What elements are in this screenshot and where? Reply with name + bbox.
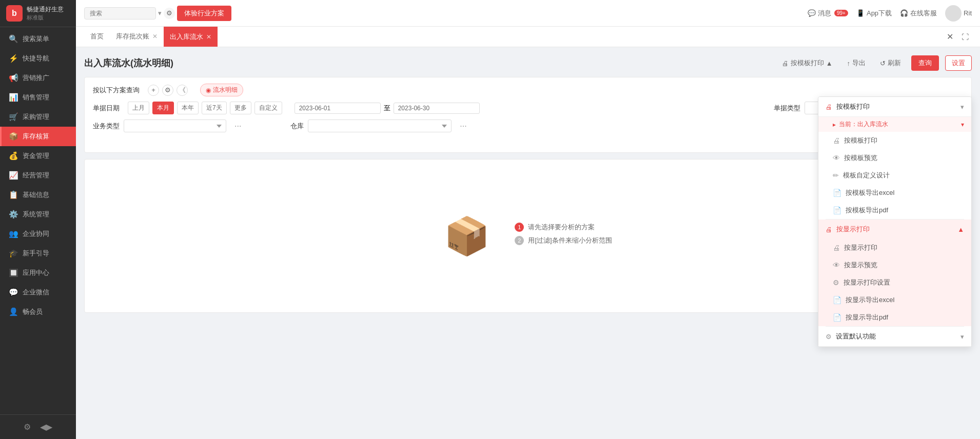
tab-batch-account-close-icon[interactable]: ✕ [152, 33, 158, 40]
settings-btn[interactable]: 设置 [945, 55, 972, 71]
purchase-icon: 🛒 [9, 112, 18, 122]
sidebar-item-finance[interactable]: 💰 资金管理 [0, 146, 76, 166]
sidebar-item-guide[interactable]: 🎓 新手引导 [0, 244, 76, 263]
basicinfo-icon: 📋 [9, 190, 18, 199]
topbar-chevron-icon[interactable]: ▾ [158, 9, 162, 17]
preview-icon: 👁 [833, 154, 840, 162]
date-range-inputs: 至 [295, 103, 480, 114]
empty-step-1: 1 请先选择要分析的方案 [515, 223, 612, 232]
date-separator: 至 [384, 104, 390, 113]
date-to-input[interactable] [394, 103, 480, 114]
sidebar-item-purchase[interactable]: 🛒 采购管理 [0, 107, 76, 127]
display-print-item-label: 按显示打印 [844, 243, 877, 252]
system-icon: ⚙️ [9, 210, 18, 219]
filter-tag[interactable]: ◉ 流水明细 [200, 84, 243, 96]
print-template-section-header[interactable]: 🖨 按模板打印 ▾ [818, 97, 971, 117]
print-template-btn[interactable]: 🖨 按模板打印 ▲ [778, 56, 837, 70]
tab-stock-flow[interactable]: 出入库流水 ✕ [164, 27, 218, 47]
set-default-icon: ⚙ [826, 333, 832, 341]
guide-icon: 🎓 [9, 249, 18, 258]
business-type-more-btn[interactable]: ··· [234, 122, 241, 131]
date-more-btn[interactable]: 更多 [230, 102, 251, 114]
sidebar-item-appcenter[interactable]: 🔲 应用中心 [0, 263, 76, 283]
set-default-section-header[interactable]: ⚙ 设置默认功能 ▾ [818, 327, 971, 347]
sidebar-item-wechat[interactable]: 💬 企业微信 [0, 283, 76, 302]
filter-collapse-btn[interactable]: 《 [177, 85, 188, 96]
empty-steps: 1 请先选择要分析的方案 2 用[过滤]条件来缩小分析范围 [515, 223, 612, 249]
window-maximize-btn[interactable]: ⛶ [958, 30, 972, 44]
marketing-icon: 📢 [9, 73, 18, 83]
sidebar-nav: 🔍 搜索菜单 ⚡ 快捷导航 📢 营销推广 📊 销售管理 🛒 采购管理 📦 库存核… [0, 27, 76, 414]
export-btn[interactable]: ↑ 导出 [843, 56, 870, 70]
date-this-month-btn[interactable]: 本月 [152, 102, 174, 114]
sidebar-item-inventory[interactable]: 📦 库存核算 [0, 127, 76, 146]
sidebar-item-basic-info[interactable]: 📋 基础信息 [0, 185, 76, 205]
sidebar-item-collab[interactable]: 👥 企业协同 [0, 224, 76, 244]
sidebar-item-system[interactable]: ⚙️ 系统管理 [0, 205, 76, 224]
display-print-item-0[interactable]: 🖨 按显示打印 [818, 239, 971, 256]
date-last-month-btn[interactable]: 上月 [128, 102, 149, 114]
warehouse-more-btn[interactable]: ··· [460, 122, 466, 131]
date-this-year-btn[interactable]: 本年 [177, 102, 199, 114]
sidebar-item-label: 企业微信 [23, 288, 49, 297]
display-print-item-4[interactable]: 📄 按显示导出pdf [818, 309, 971, 326]
sidebar: b 畅捷通好生意 标准版 🔍 搜索菜单 ⚡ 快捷导航 📢 营销推广 📊 销售管理… [0, 0, 76, 439]
sidebar-item-sales[interactable]: 📊 销售管理 [0, 88, 76, 107]
print-template-pdf-label: 按模板导出pdf [846, 206, 888, 215]
display-print-item-1[interactable]: 👁 按显示预览 [818, 256, 971, 274]
message-btn[interactable]: 💬 消息 99+ [808, 9, 848, 18]
sidebar-item-quicknav[interactable]: ⚡ 快捷导航 [0, 49, 76, 68]
export-icon: ↑ [847, 59, 851, 67]
sidebar-settings-btn[interactable]: ⚙ [22, 420, 33, 434]
date-7days-btn[interactable]: 近7天 [202, 102, 227, 114]
print-template-item-3[interactable]: 📄 按模板导出excel [818, 184, 971, 202]
print-template-current[interactable]: ▸ 当前：出入库流水 ▾ [818, 117, 971, 132]
sidebar-bottom: ⚙ ◀▶ [0, 414, 76, 439]
topbar-right: 💬 消息 99+ 📱 App下载 🎧 在线客服 Rit [808, 5, 972, 22]
display-print-header[interactable]: 🖨 按显示打印 ▲ [818, 220, 971, 239]
refresh-btn[interactable]: ↺ 刷新 [876, 56, 905, 70]
tab-stock-flow-close-icon[interactable]: ✕ [206, 33, 211, 41]
printer-icon: 🖨 [782, 59, 789, 67]
print-template-item-0[interactable]: 🖨 按模板打印 [818, 132, 971, 149]
online-service-btn[interactable]: 🎧 在线客服 [900, 9, 937, 18]
filter-add-btn[interactable]: + [148, 85, 159, 96]
business-type-select[interactable] [124, 119, 226, 132]
print-template-item-4[interactable]: 📄 按模板导出pdf [818, 202, 971, 219]
filter-settings-btn[interactable]: ⚙ [162, 85, 173, 96]
query-btn[interactable]: 查询 [911, 55, 939, 71]
tab-home[interactable]: 首页 [84, 27, 110, 47]
date-filter-group: 上月 本月 本年 近7天 更多 自定义 [128, 102, 282, 114]
sidebar-item-member[interactable]: 👤 畅会员 [0, 302, 76, 322]
topbar-gear-btn[interactable]: ⚙ [164, 8, 175, 19]
appcenter-icon: 🔲 [9, 268, 18, 277]
empty-step-2: 2 用[过滤]条件来缩小分析范围 [515, 236, 612, 245]
sidebar-toggle-btn[interactable]: ◀▶ [38, 420, 54, 434]
display-preview-icon: 👁 [833, 261, 840, 269]
user-avatar-area[interactable]: Rit [945, 5, 972, 22]
topbar-search-input[interactable] [84, 7, 156, 19]
tab-batch-account[interactable]: 库存批次账 ✕ [110, 27, 164, 47]
print-template-item-2[interactable]: ✏ 模板自定义设计 [818, 167, 971, 184]
sidebar-item-label: 销售管理 [23, 93, 49, 102]
app-download-btn[interactable]: 📱 App下载 [856, 9, 892, 18]
sidebar-item-search[interactable]: 🔍 搜索菜单 [0, 29, 76, 49]
sidebar-item-marketing[interactable]: 📢 营销推广 [0, 68, 76, 88]
business-type-label: 业务类型 [93, 122, 120, 131]
date-custom-btn[interactable]: 自定义 [254, 102, 282, 114]
display-print-item-3[interactable]: 📄 按显示导出excel [818, 291, 971, 309]
print-template-item-1[interactable]: 👁 按模板预览 [818, 149, 971, 167]
display-settings-icon: ⚙ [833, 278, 839, 287]
operations-icon: 📈 [9, 171, 18, 180]
print-template-chevron-icon: ▾ [961, 103, 964, 111]
industry-solution-btn[interactable]: 体验行业方案 [177, 6, 231, 21]
sidebar-item-label: 应用中心 [23, 268, 49, 277]
display-print-item-2[interactable]: ⚙ 按显示打印设置 [818, 274, 971, 291]
window-close-btn[interactable]: ✕ [943, 30, 956, 44]
sidebar-item-operations[interactable]: 📈 经营管理 [0, 166, 76, 185]
print-template-item-label: 按模板打印 [844, 136, 877, 145]
tab-home-label: 首页 [90, 32, 104, 41]
excel-icon: 📄 [833, 189, 841, 197]
warehouse-select[interactable] [308, 119, 452, 132]
date-from-input[interactable] [295, 103, 381, 114]
